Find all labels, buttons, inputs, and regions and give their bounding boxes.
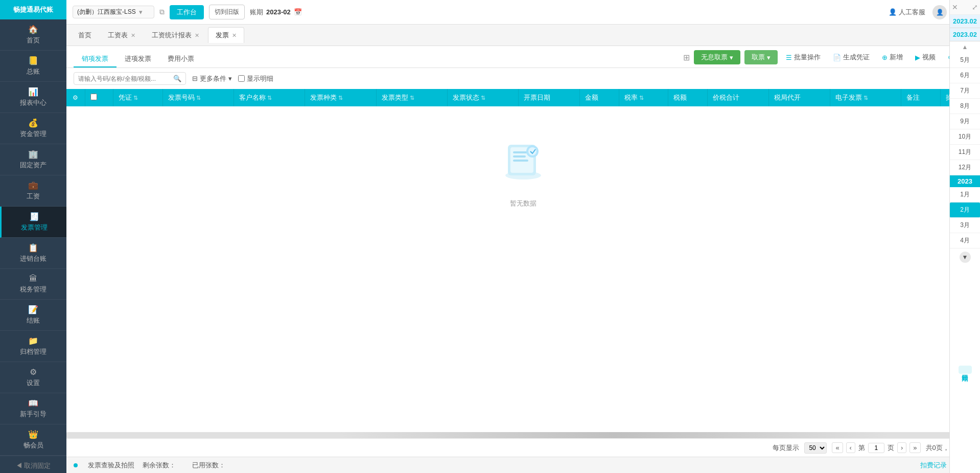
tab-payroll[interactable]: 工资表 ✕ bbox=[100, 27, 143, 43]
main-area: (勿删）江西服宝-LSS ▾ ⧉ 工作台 切到旧版 账期 2023-02 📅 👤… bbox=[66, 0, 980, 473]
show-detail-checkbox[interactable] bbox=[238, 75, 245, 82]
period-month-9[interactable]: 9月 bbox=[950, 114, 980, 129]
user-avatar[interactable]: 👤 bbox=[932, 5, 947, 19]
grid-view-icon[interactable]: ⊞ bbox=[683, 53, 690, 62]
sidebar-item-closing[interactable]: 📝 结账 bbox=[0, 300, 66, 331]
sidebar-item-ledger[interactable]: 📒 总账 bbox=[0, 51, 66, 82]
sort-icon[interactable]: ⇅ bbox=[133, 95, 138, 101]
calendar-icon[interactable]: 📅 bbox=[294, 8, 302, 16]
customer-service-button[interactable]: 👤 人工客服 bbox=[889, 8, 925, 17]
take-ticket-button[interactable]: 取票 ▾ bbox=[744, 50, 778, 64]
sort-icon[interactable]: ⇅ bbox=[196, 95, 201, 101]
video-label: 视频 bbox=[922, 53, 936, 62]
new-label: 新增 bbox=[890, 53, 903, 62]
sidebar-item-home[interactable]: 🏠 首页 bbox=[0, 19, 66, 51]
invoice-tab-close[interactable]: ✕ bbox=[232, 32, 237, 39]
tab-home[interactable]: 首页 bbox=[71, 27, 99, 43]
tab-payroll-stats[interactable]: 工资统计报表 ✕ bbox=[144, 27, 207, 43]
sort-icon[interactable]: ⇅ bbox=[481, 95, 485, 101]
sidebar-item-payroll[interactable]: 💼 工资 bbox=[0, 175, 66, 207]
sidebar-item-finance[interactable]: 💰 资金管理 bbox=[0, 113, 66, 144]
sort-icon[interactable]: ⇅ bbox=[267, 95, 272, 101]
col-checkbox[interactable] bbox=[85, 89, 113, 106]
period-scroll-down-button[interactable]: ▼ bbox=[950, 249, 980, 266]
period-month-apr[interactable]: 4月 bbox=[950, 233, 980, 249]
sidebar-item-assets[interactable]: 🏢 固定资产 bbox=[0, 144, 66, 175]
period-label: 账期 bbox=[250, 8, 263, 17]
col-tax-rate: 税率⇅ bbox=[619, 89, 668, 106]
payroll-icon: 💼 bbox=[28, 181, 38, 190]
tab-invoice[interactable]: 发票 ✕ bbox=[208, 27, 244, 43]
sidebar-item-archive[interactable]: 📁 归档管理 bbox=[0, 331, 66, 362]
search-input-wrap[interactable]: 🔍 bbox=[74, 72, 186, 85]
workbench-button[interactable]: 工作台 bbox=[170, 5, 204, 19]
select-all-checkbox[interactable] bbox=[90, 94, 97, 100]
col-total: 价税合计 bbox=[708, 89, 769, 106]
period-month-6[interactable]: 6月 bbox=[950, 68, 980, 83]
period-month-12[interactable]: 12月 bbox=[950, 160, 980, 175]
service-icon: 👤 bbox=[889, 8, 897, 16]
company-selector[interactable]: (勿删）江西服宝-LSS ▾ bbox=[73, 6, 154, 18]
open-period-button[interactable]: 开账日期 bbox=[959, 366, 972, 374]
sort-icon[interactable]: ⇅ bbox=[338, 95, 343, 101]
period-month-8[interactable]: 8月 bbox=[950, 99, 980, 114]
batch-op-button[interactable]: ☰ 批量操作 bbox=[782, 50, 825, 64]
video-button[interactable]: ▶ 视频 bbox=[911, 50, 940, 64]
sidebar-item-invoice[interactable]: 🧾 发票管理 bbox=[0, 207, 66, 238]
horizontal-scrollbar[interactable] bbox=[66, 432, 980, 438]
period-month-mar[interactable]: 3月 bbox=[950, 218, 980, 233]
sub-tab-sales-invoice[interactable]: 销项发票 bbox=[74, 51, 116, 67]
sidebar-item-reports[interactable]: 📊 报表中心 bbox=[0, 82, 66, 113]
sidebar-item-tax[interactable]: 🏛 税务管理 bbox=[0, 269, 66, 300]
maximize-icon[interactable]: ⤢ bbox=[972, 3, 978, 11]
period-month-5[interactable]: 5月 bbox=[950, 53, 980, 68]
invoice-icon: 🧾 bbox=[29, 212, 39, 221]
search-input[interactable] bbox=[78, 75, 170, 82]
filter-bar: 🔍 ⊟ 更多条件 ▾ 显示明细 bbox=[66, 68, 980, 89]
new-button[interactable]: ⊕ 新增 bbox=[878, 50, 907, 64]
old-version-button[interactable]: 切到旧版 bbox=[209, 5, 245, 19]
sidebar-item-guide[interactable]: 📖 新手引导 bbox=[0, 393, 66, 424]
copy-icon[interactable]: ⧉ bbox=[159, 8, 165, 16]
footer-right: 每页显示 50 « ‹ 第 页 › » 共0页，0条记录 bbox=[773, 442, 973, 454]
period-month-7[interactable]: 7月 bbox=[950, 83, 980, 99]
sidebar-item-member[interactable]: 👑 畅会员 bbox=[0, 424, 66, 456]
member-icon: 👑 bbox=[28, 430, 38, 439]
sort-icon[interactable]: ⇅ bbox=[639, 95, 644, 101]
col-settings[interactable]: ⚙ bbox=[66, 89, 85, 106]
no-deduct-button[interactable]: 无息取票 ▾ bbox=[694, 50, 740, 64]
payroll-tab-label: 工资表 bbox=[108, 31, 128, 40]
col-status: 发票状态⇅ bbox=[447, 89, 518, 106]
show-detail-checkbox-label[interactable]: 显示明细 bbox=[238, 74, 273, 83]
dropdown-chevron-icon: ▾ bbox=[730, 54, 733, 61]
payroll-tab-close[interactable]: ✕ bbox=[131, 32, 135, 39]
sub-tab-expense-receipt[interactable]: 费用小票 bbox=[159, 51, 202, 67]
sidebar-item-label: 新手引导 bbox=[20, 410, 46, 419]
col-invoice-type: 发票种类⇅ bbox=[305, 89, 376, 106]
deduct-record-link[interactable]: 扣费记录 bbox=[920, 461, 947, 470]
period-scroll-up-button[interactable]: ▲ bbox=[950, 41, 980, 53]
period-month-feb[interactable]: 2月 bbox=[950, 202, 980, 218]
prev-page-button[interactable]: ‹ bbox=[846, 442, 855, 453]
next-page-button[interactable]: › bbox=[897, 442, 906, 453]
per-page-select[interactable]: 50 bbox=[804, 442, 827, 454]
payroll-stats-tab-close[interactable]: ✕ bbox=[195, 32, 199, 39]
close-period-panel-button[interactable]: ✕ bbox=[952, 3, 958, 11]
sort-icon[interactable]: ⇅ bbox=[410, 95, 414, 101]
more-conditions-button[interactable]: ⊟ 更多条件 ▾ bbox=[192, 74, 232, 83]
sidebar-item-sales[interactable]: 📋 进销台账 bbox=[0, 238, 66, 269]
period-month-jan[interactable]: 1月 bbox=[950, 187, 980, 202]
last-page-button[interactable]: » bbox=[909, 442, 920, 453]
sidebar-item-settings[interactable]: ⚙ 设置 bbox=[0, 362, 66, 393]
invoice-table: ⚙ 凭证⇅ 发票号码⇅ 客户名称⇅ 发票种类⇅ 发票类型⇅ 发票状态⇅ 开票日期… bbox=[66, 89, 980, 106]
col-date: 开票日期 bbox=[519, 89, 580, 106]
sub-tab-purchase-invoice[interactable]: 进项发票 bbox=[116, 51, 159, 67]
period-month-10[interactable]: 10月 bbox=[950, 129, 980, 145]
scroll-down-circle[interactable]: ▼ bbox=[960, 252, 971, 263]
sidebar-collapse-button[interactable]: ◀ 取消固定 bbox=[0, 456, 66, 473]
page-input[interactable] bbox=[868, 443, 884, 453]
first-page-button[interactable]: « bbox=[832, 442, 843, 453]
sort-icon[interactable]: ⇅ bbox=[864, 95, 868, 101]
period-month-11[interactable]: 11月 bbox=[950, 145, 980, 160]
gen-voucher-button[interactable]: 📄 生成凭证 bbox=[829, 50, 874, 64]
